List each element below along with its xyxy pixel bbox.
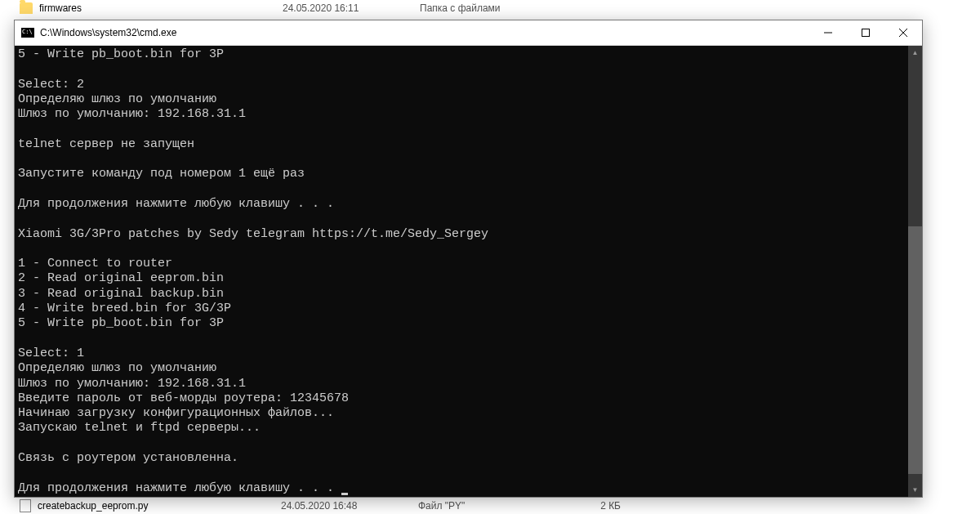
file-name: firmwares [39, 2, 276, 14]
svg-rect-1 [862, 29, 870, 37]
file-type: Папка с файлами [420, 2, 567, 14]
window-controls [809, 20, 922, 46]
maximize-button[interactable] [847, 20, 884, 46]
window-titlebar[interactable]: C:\Windows\system32\cmd.exe [15, 20, 922, 46]
file-type: Файл "PY" [418, 500, 565, 512]
cmd-icon [21, 28, 34, 38]
explorer-row-folder[interactable]: firmwares 24.05.2020 16:11 Папка с файла… [0, 0, 980, 16]
explorer-row-file[interactable]: createbackup_eeprom.py 24.05.2020 16:48 … [0, 498, 980, 514]
scroll-thumb[interactable] [908, 226, 922, 475]
vertical-scrollbar[interactable]: ▲ ▼ [908, 46, 922, 497]
scroll-down-arrow[interactable]: ▼ [908, 483, 922, 497]
folder-icon [20, 2, 33, 14]
file-date: 24.05.2020 16:48 [281, 500, 412, 512]
file-icon [20, 499, 31, 512]
close-button[interactable] [884, 20, 922, 46]
cmd-window: C:\Windows\system32\cmd.exe 5 - Write pb… [14, 20, 923, 498]
terminal-output[interactable]: 5 - Write pb_boot.bin for 3P Select: 2 О… [15, 46, 908, 497]
window-title: C:\Windows\system32\cmd.exe [40, 27, 809, 38]
minimize-button[interactable] [809, 20, 847, 46]
file-size: 2 КБ [572, 500, 621, 512]
file-name: createbackup_eeprom.py [38, 500, 274, 512]
file-date: 24.05.2020 16:11 [283, 2, 413, 14]
scroll-up-arrow[interactable]: ▲ [908, 46, 922, 60]
